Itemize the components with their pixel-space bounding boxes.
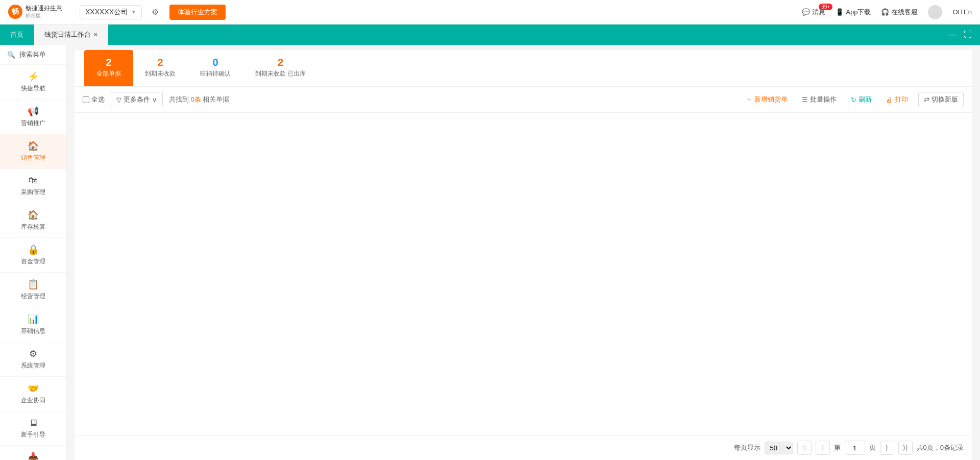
tab-close-icon[interactable]: × <box>94 31 97 38</box>
sidebar-item-finance[interactable]: 🔒 资金管理 <box>0 238 66 273</box>
filter-button[interactable]: ▽ 更多条件 ∨ <box>111 92 163 107</box>
sidebar-item-purchase-label: 采购管理 <box>21 188 45 197</box>
filter-tab-shipped-count: 2 <box>278 57 283 67</box>
select-all-checkbox[interactable]: 全选 <box>83 95 105 104</box>
page-input[interactable] <box>845 441 865 455</box>
table-area <box>75 113 972 435</box>
per-page-label: 每页显示 <box>734 443 761 452</box>
prev-page-button[interactable]: ⟨ <box>816 441 830 455</box>
sidebar-search[interactable]: 🔍 搜索菜单 <box>0 45 66 65</box>
quick-nav-icon: ⚡ <box>28 71 39 82</box>
headset-icon: 🎧 <box>881 8 889 16</box>
add-icon: ＋ <box>746 95 752 104</box>
sidebar-item-app-center[interactable]: 📥 应用中心 <box>0 446 66 460</box>
sidebar-item-guide-label: 新手引导 <box>21 430 45 439</box>
tab-daily-work[interactable]: 钱货日清工作台 × <box>34 25 108 45</box>
sidebar-item-quick-nav[interactable]: ⚡ 快捷导航 <box>0 65 66 100</box>
sidebar-item-system-label: 系统管理 <box>21 361 45 370</box>
content-area: 2 全部单据 2 到期未收款 0 旺辅待确认 2 到期未收款 已出库 全选 <box>66 45 980 460</box>
per-page-select[interactable]: 50 100 <box>765 442 793 454</box>
enterprise-icon: 🤝 <box>28 383 39 394</box>
page-label: 第 <box>834 443 841 452</box>
found-prefix: 共找到 <box>169 95 189 103</box>
print-button[interactable]: 🖨 打印 <box>882 92 912 107</box>
top-header: 畅 畅捷通好生意 标准版 XXXXXX公司 ▼ ⚙ 体验行业方案 💬 消息 99… <box>0 0 980 25</box>
logo-area: 畅 畅捷通好生意 标准版 <box>8 5 75 19</box>
tab-home[interactable]: 首页 <box>0 25 34 45</box>
total-label: 共0页，0条记录 <box>917 443 964 452</box>
online-service-item[interactable]: 🎧 在线客服 <box>881 8 918 17</box>
sidebar-item-quick-nav-label: 快捷导航 <box>21 84 45 93</box>
sidebar-item-basic-info-label: 基础信息 <box>21 327 45 335</box>
filter-tab-overdue-label: 到期未收款 <box>145 69 176 78</box>
batch-icon: ☰ <box>802 96 808 104</box>
system-icon: ⚙ <box>29 348 37 359</box>
search-icon: 🔍 <box>7 51 15 59</box>
filter-tab-shipped[interactable]: 2 到期未收款 已出库 <box>243 50 318 86</box>
sidebar-item-operations[interactable]: 📋 经营管理 <box>0 273 66 307</box>
filter-tab-overdue[interactable]: 2 到期未收款 <box>133 50 188 86</box>
switch-version-button[interactable]: ⇄ 切换新版 <box>918 92 964 107</box>
toolbar-left: 全选 ▽ 更多条件 ∨ 共找到 0条 相关单据 <box>83 92 229 107</box>
sidebar-item-purchase[interactable]: 🛍 采购管理 <box>0 169 66 203</box>
message-item[interactable]: 💬 消息 99+ <box>802 8 825 17</box>
refresh-btn-label: 刷新 <box>859 95 872 104</box>
refresh-button[interactable]: ↻ 刷新 <box>847 92 876 107</box>
filter-tab-all-label: 全部单据 <box>96 69 121 78</box>
select-all-input[interactable] <box>83 96 89 103</box>
sales-icon: 🏠 <box>28 140 39 152</box>
user-name: OfTEn <box>952 8 972 16</box>
avatar[interactable] <box>928 5 942 19</box>
message-icon: 💬 <box>802 8 810 16</box>
tab-daily-work-label: 钱货日清工作台 <box>44 30 91 39</box>
batch-btn-label: 批量操作 <box>810 95 837 104</box>
sidebar-item-inventory-label: 库存核算 <box>21 223 45 231</box>
main-layout: 🔍 搜索菜单 ⚡ 快捷导航 📢 营销推广 🏠 销售管理 🛍 采购管理 🏠 库存核… <box>0 45 980 460</box>
toolbar: 全选 ▽ 更多条件 ∨ 共找到 0条 相关单据 ＋ 新增销货单 <box>75 87 972 113</box>
filter-tab-overdue-count: 2 <box>157 57 163 67</box>
filter-tab-wangwang-label: 旺辅待确认 <box>200 69 231 78</box>
sidebar-item-guide[interactable]: 🖥 新手引导 <box>0 411 66 446</box>
select-all-label: 全选 <box>91 95 105 104</box>
sidebar: 🔍 搜索菜单 ⚡ 快捷导航 📢 营销推广 🏠 销售管理 🛍 采购管理 🏠 库存核… <box>0 45 66 460</box>
finance-icon: 🔒 <box>28 244 39 255</box>
sidebar-item-system[interactable]: ⚙ 系统管理 <box>0 342 66 377</box>
online-service-label: 在线客服 <box>891 8 918 17</box>
filter-tab-all[interactable]: 2 全部单据 <box>84 50 133 86</box>
company-selector[interactable]: XXXXXX公司 ▼ <box>80 5 142 19</box>
tab-expand-button[interactable]: ⛶ <box>961 28 975 41</box>
refresh-icon: ↻ <box>851 96 856 104</box>
operations-icon: 📋 <box>28 279 39 290</box>
trial-button[interactable]: 体验行业方案 <box>169 5 226 20</box>
batch-button[interactable]: ☰ 批量操作 <box>798 92 841 107</box>
found-info: 共找到 0条 相关单据 <box>169 95 229 104</box>
filter-icon: ▽ <box>116 96 121 104</box>
tab-spacer <box>108 25 940 45</box>
next-page-button[interactable]: ⟩ <box>880 441 894 455</box>
pagination: 每页显示 50 100 ⟨⟨ ⟨ 第 页 ⟩ ⟩⟩ 共0页，0条记录 <box>75 435 972 460</box>
add-order-button[interactable]: ＋ 新增销货单 <box>742 92 792 107</box>
toolbar-right: ＋ 新增销货单 ☰ 批量操作 ↻ 刷新 🖨 打印 ⇄ 切换新版 <box>742 92 964 107</box>
filter-tab-all-count: 2 <box>106 57 111 67</box>
sidebar-item-enterprise[interactable]: 🤝 企业协同 <box>0 377 66 411</box>
purchase-icon: 🛍 <box>29 175 38 186</box>
company-name: XXXXXX公司 <box>85 8 128 17</box>
sidebar-item-marketing[interactable]: 📢 营销推广 <box>0 100 66 134</box>
page-suffix: 页 <box>869 443 876 452</box>
sidebar-item-inventory[interactable]: 🏠 库存核算 <box>0 203 66 238</box>
marketing-icon: 📢 <box>28 106 39 117</box>
sidebar-item-basic-info[interactable]: 📊 基础信息 <box>0 307 66 342</box>
last-page-button[interactable]: ⟩⟩ <box>898 441 913 455</box>
filter-tab-wangwang[interactable]: 0 旺辅待确认 <box>188 50 243 86</box>
sidebar-item-sales[interactable]: 🏠 销售管理 <box>0 134 66 169</box>
tab-actions: — ⛶ <box>940 25 980 45</box>
settings-button[interactable]: ⚙ <box>147 4 163 20</box>
app-download-item[interactable]: 📱 App下载 <box>836 8 871 17</box>
app-center-icon: 📥 <box>28 452 39 460</box>
sidebar-item-marketing-label: 营销推广 <box>21 119 45 128</box>
sidebar-item-enterprise-label: 企业协同 <box>21 396 45 405</box>
tab-minimize-button[interactable]: — <box>945 28 960 41</box>
app-download-icon: 📱 <box>836 8 844 16</box>
first-page-button[interactable]: ⟨⟨ <box>797 441 812 455</box>
inventory-icon: 🏠 <box>28 209 39 221</box>
